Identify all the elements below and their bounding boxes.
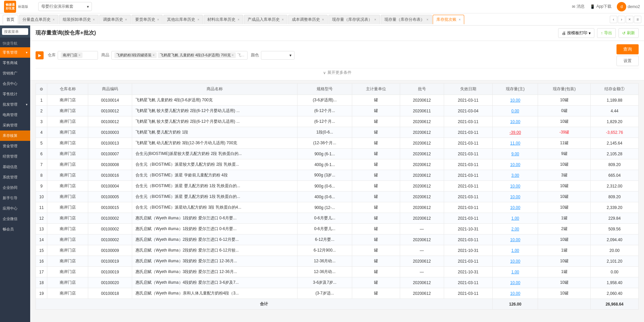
tab-close-icon[interactable]: × xyxy=(374,18,376,21)
tab-prev-button[interactable]: ‹ xyxy=(610,16,617,23)
tab-material-out[interactable]: 材料出库单历史 × xyxy=(204,15,243,24)
row-spec: 400g (0-6... xyxy=(298,192,352,202)
sidebar-item-enterprise[interactable]: 企业协同 xyxy=(0,182,30,193)
tab-menu-button[interactable]: ≡ xyxy=(634,16,641,23)
tab-close-icon[interactable]: × xyxy=(427,18,429,21)
tab-fenpan[interactable]: 分量盘点单历史 × xyxy=(19,15,58,24)
message-button[interactable]: ✉ 消息 xyxy=(572,4,585,9)
row-qty-main[interactable]: 10.00 xyxy=(492,192,538,202)
tab-diaob[interactable]: 调拨单历史 × xyxy=(99,15,131,24)
row-qty-main[interactable]: 10.00 xyxy=(492,256,538,267)
sidebar-item-app-center[interactable]: 应用中心 xyxy=(0,203,30,214)
tab-cost-adjust[interactable]: 成本调整单历史 × xyxy=(288,15,328,24)
remove-product-tag-1[interactable]: × xyxy=(153,53,155,57)
row-qty-main[interactable]: 0.00 xyxy=(492,106,538,116)
sidebar-item-marketing[interactable]: 营销推广 xyxy=(0,68,30,78)
chevron-down-icon: ▾ xyxy=(589,31,591,36)
row-qty-main[interactable]: 9.00 xyxy=(492,149,538,159)
tab-close-icon[interactable]: × xyxy=(53,18,55,21)
account-name: 母婴行业演示账套 xyxy=(41,4,73,9)
search-input[interactable] xyxy=(2,28,28,35)
sidebar-item-sys-mgmt[interactable]: 系统管理 xyxy=(0,172,30,182)
sidebar-item-retail-mall[interactable]: 零售商城 xyxy=(0,58,30,68)
row-amount: 4.44 xyxy=(591,106,639,116)
sidebar-item-wholesale-mgmt[interactable]: 批发管理 ▾ xyxy=(0,99,30,110)
tab-yaohuo[interactable]: 要货单历史 × xyxy=(131,15,163,24)
row-amount: 20.00 xyxy=(591,245,639,256)
warehouse-input[interactable]: 南岸门店 × xyxy=(58,51,98,60)
sidebar-search-area xyxy=(0,25,30,38)
sidebar-item-inventory[interactable]: 库存核算 xyxy=(0,130,30,141)
remove-product-tag-2[interactable]: × xyxy=(232,53,234,57)
tab-close-icon[interactable]: × xyxy=(237,18,239,21)
filter-panel: ▶ 仓库 南岸门店 × 商品 xyxy=(30,41,644,80)
sidebar-item-retail-mgmt[interactable]: 零售管理 ▾ xyxy=(0,47,30,58)
col-code: 商品编码 xyxy=(88,84,132,95)
tab-close-icon[interactable]: × xyxy=(197,18,199,21)
sidebar-item-retail-stats[interactable]: 零售统计 xyxy=(0,89,30,99)
row-qty-main[interactable]: 10.00 xyxy=(492,95,538,106)
sidebar-item-guide[interactable]: 新手引导 xyxy=(0,193,30,203)
query-button[interactable]: 查询 xyxy=(616,44,639,54)
row-qty-main[interactable]: 3.00 xyxy=(492,170,538,181)
tab-other-out[interactable]: 其他出库单历史 × xyxy=(163,15,203,24)
row-batch: 20200612 xyxy=(400,138,444,149)
row-qty-main[interactable]: 10.00 xyxy=(492,116,538,127)
sidebar-item-finance[interactable]: 资金管理 xyxy=(0,141,30,151)
tab-close-icon[interactable]: × xyxy=(322,18,324,21)
app-download-button[interactable]: 📱 App下载 xyxy=(590,4,611,9)
row-qty-main[interactable]: 10.00 xyxy=(492,234,538,245)
row-name: 合生元（BIOSTIME）派星 婴儿配方奶粉 1段 乳铁蛋白的... xyxy=(132,181,297,192)
row-qty-main[interactable]: 10.00 xyxy=(492,277,538,288)
sidebar-item-member-center[interactable]: 会员中心 xyxy=(0,78,30,89)
refresh-button[interactable]: ↺ 刷新 xyxy=(619,28,639,38)
template-print-button[interactable]: 🖨 按模板打印 ▾ xyxy=(558,28,594,38)
row-qty-main[interactable]: 1.00 xyxy=(492,213,538,224)
sidebar-item-members[interactable]: 畅会员 xyxy=(0,224,30,234)
tab-close-icon[interactable]: × xyxy=(125,18,127,21)
row-qty-main[interactable]: 2.00 xyxy=(492,224,538,234)
tab-close-current-button[interactable]: × xyxy=(626,16,633,23)
tab-inventory-dist[interactable]: 现存量（库存分布表） × xyxy=(381,15,432,24)
tab-close-icon[interactable]: × xyxy=(93,18,95,21)
row-spec: (6-12个月... xyxy=(298,106,352,116)
account-dropdown[interactable]: 母婴行业演示账套 ▾ xyxy=(38,2,92,11)
sidebar-item-wechat[interactable]: 企业微信 xyxy=(0,214,30,224)
row-qty-main[interactable]: -39.00 xyxy=(492,127,538,138)
row-qty-main[interactable]: 10.00 xyxy=(492,202,538,213)
row-expire: 2021-03-11 xyxy=(444,192,492,202)
row-qty-main[interactable]: 10.00 xyxy=(492,181,538,192)
sidebar-item-ecommerce[interactable]: 电商管理 xyxy=(0,110,30,120)
product-input[interactable]: 飞鹤奶粉3段四罐搭装 × 飞鹤星飞帆 儿童奶粉 4段(3-6岁适用) 700克 … xyxy=(111,51,248,60)
tab-inventory-batch[interactable]: 库存批次账 × xyxy=(433,15,464,24)
tab-next-button[interactable]: › xyxy=(618,16,625,23)
row-qty-main[interactable]: 1.00 xyxy=(492,245,538,256)
settings-button[interactable]: 设置 xyxy=(616,56,639,66)
tab-close-icon[interactable]: × xyxy=(282,18,284,21)
expand-more-button[interactable]: ∨ 展开更多条件 xyxy=(36,68,639,77)
tab-close-icon[interactable]: × xyxy=(459,18,461,21)
sidebar-item-operations[interactable]: 经营管理 xyxy=(0,151,30,162)
tab-product-in[interactable]: 产成品入库单历史 × xyxy=(244,15,287,24)
expand-arrow-button[interactable]: ▶ xyxy=(36,51,44,59)
tab-close-icon[interactable]: × xyxy=(157,18,159,21)
row-qty-main[interactable]: 10.00 xyxy=(492,288,538,299)
sidebar-item-quick-nav[interactable]: 快捷导航 xyxy=(0,40,30,47)
export-button[interactable]: ↑ 导出 xyxy=(597,28,616,38)
row-qty-main[interactable]: 11.00 xyxy=(492,138,538,149)
row-name: 惠氏启赋（Wyeth illuma）亲和人体儿童配方奶粉4段（3... xyxy=(132,288,297,299)
row-qty-pack: 10罐 xyxy=(538,277,591,288)
user-profile[interactable]: d demo2 xyxy=(617,2,640,11)
remove-warehouse-tag[interactable]: × xyxy=(78,53,80,57)
tab-home[interactable]: 首页 xyxy=(3,15,18,24)
color-select[interactable]: ▾ xyxy=(261,51,294,60)
row-unit: 罐 xyxy=(352,192,400,202)
sidebar-item-purchase-mgmt[interactable]: 采购管理 xyxy=(0,120,30,130)
row-qty-main[interactable]: 1.00 xyxy=(492,267,538,277)
tab-zuhe[interactable]: 组装拆卸单历史 × xyxy=(59,15,99,24)
row-warehouse: 南岸门店 xyxy=(47,127,88,138)
row-qty-main[interactable]: 10.00 xyxy=(492,159,538,170)
tab-inventory-status[interactable]: 现存量（库存状况表） × xyxy=(328,15,380,24)
sidebar-item-basic-info[interactable]: 基础信息 xyxy=(0,162,30,172)
row-name: 惠氏启赋（Wyeth illuma）2段奶粉 爱尔兰进口 6-12月婴... xyxy=(132,234,297,245)
